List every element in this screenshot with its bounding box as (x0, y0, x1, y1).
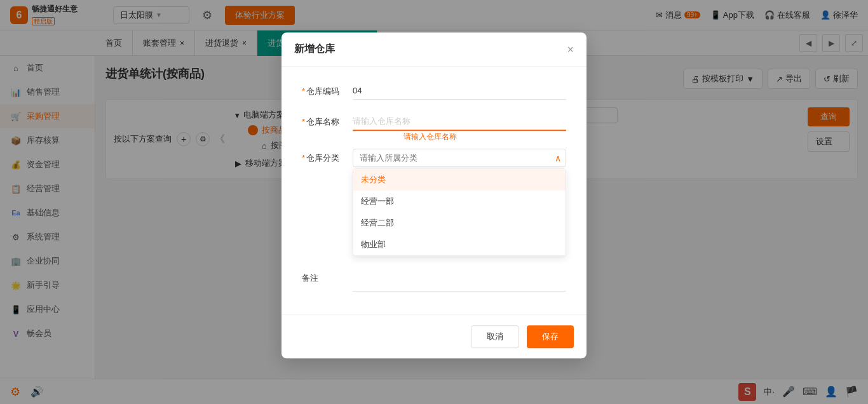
name-field-wrapper: 请输入仓库名称 (353, 112, 566, 131)
warehouse-code-row: 仓库编码 (302, 82, 566, 100)
dropdown-item-dept3[interactable]: 物业部 (353, 234, 566, 255)
modal-header: 新增仓库 × (281, 32, 587, 67)
warehouse-note-row: 备注 (302, 269, 566, 292)
note-label: 备注 (302, 269, 353, 284)
category-dropdown: 未分类 经营一部 经营二部 物业部 (353, 168, 566, 256)
modal-close-icon[interactable]: × (567, 44, 574, 55)
name-label: 仓库名称 (302, 112, 353, 128)
cancel-button[interactable]: 取消 (471, 325, 519, 348)
modal-title: 新增仓库 (294, 43, 335, 56)
modal-body: 仓库编码 仓库名称 请输入仓库名称 仓库分类 ∧ 未分类 经营一部 经营二部 (281, 67, 587, 314)
warehouse-note-input[interactable] (353, 269, 566, 292)
name-error-msg: 请输入仓库名称 (403, 131, 457, 142)
category-label: 仓库分类 (302, 149, 353, 164)
category-select-wrapper: ∧ 未分类 经营一部 经营二部 物业部 (353, 149, 566, 167)
warehouse-name-row: 仓库名称 请输入仓库名称 (302, 112, 566, 131)
warehouse-category-row: 仓库分类 ∧ 未分类 经营一部 经营二部 物业部 (302, 149, 566, 167)
warehouse-code-input[interactable] (353, 82, 566, 100)
warehouse-name-input[interactable] (353, 112, 566, 131)
dropdown-item-uncategorized[interactable]: 未分类 (353, 169, 566, 191)
category-arrow-icon[interactable]: ∧ (555, 153, 561, 163)
modal-footer: 取消 保存 (281, 314, 587, 358)
dropdown-item-dept2[interactable]: 经营二部 (353, 212, 566, 234)
code-label: 仓库编码 (302, 82, 353, 97)
add-warehouse-modal: 新增仓库 × 仓库编码 仓库名称 请输入仓库名称 仓库分类 ∧ 未分类 (281, 32, 587, 358)
save-button[interactable]: 保存 (527, 325, 574, 348)
category-input[interactable] (353, 149, 566, 167)
dropdown-item-dept1[interactable]: 经营一部 (353, 191, 566, 212)
